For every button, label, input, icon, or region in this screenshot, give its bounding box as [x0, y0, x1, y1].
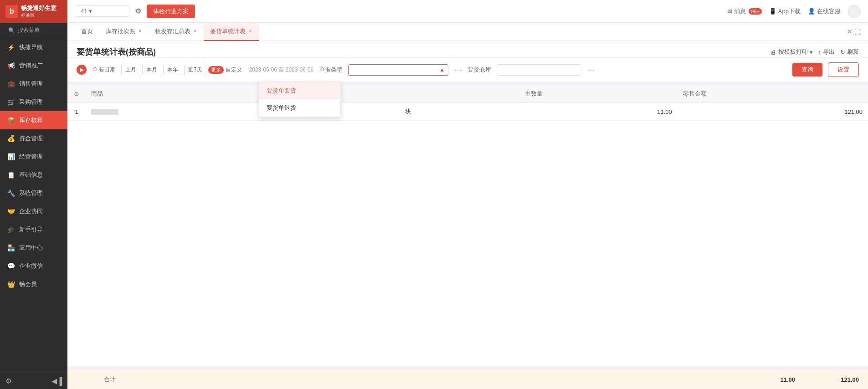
page-header: 要货单统计表(按商品) 🖨 按模板打印 ▾ ↑ 导出 ↻ 刷新	[67, 41, 868, 57]
tab-receivable-close[interactable]: ✕	[193, 28, 197, 34]
dropdown-item-order[interactable]: 要货单要货	[259, 82, 340, 99]
type-dropdown: 要货单要货 要货单退货	[259, 82, 341, 117]
warehouse-more-icon[interactable]: ⋯	[587, 65, 595, 75]
member-icon: 👑	[6, 280, 15, 289]
refresh-icon: ↻	[840, 49, 845, 56]
query-button[interactable]: 查询	[792, 63, 822, 77]
more-date-badge[interactable]: 更多	[208, 66, 224, 74]
topbar-right: ✉ 消息 99+ 📱 App下载 👤 在线客服	[727, 5, 861, 18]
curr-year-button[interactable]: 本年	[163, 65, 182, 75]
filter-toggle-button[interactable]: ▶	[77, 65, 87, 75]
app-download-action[interactable]: 📱 App下载	[769, 7, 801, 15]
td-amount-0: 121.00	[678, 103, 868, 121]
tab-order-summary[interactable]: 要货单统计表 ✕	[204, 23, 259, 41]
appstore-icon: 🏪	[6, 243, 15, 252]
marketing-icon: 📢	[6, 61, 15, 70]
operation-icon: 📊	[6, 152, 15, 161]
sidebar-item-purchase[interactable]: 🛒 采购管理	[0, 93, 67, 111]
sidebar-logo: b 畅捷通好生意 标准版	[0, 0, 67, 23]
message-action[interactable]: ✉ 消息 99+	[727, 7, 762, 15]
data-table: ⚙ 商品 主计量单位 主数量 零售金额 1 ██████ 块 11.00 121…	[67, 85, 868, 121]
search-icon: 🔍	[8, 27, 15, 34]
print-button[interactable]: 🖨 按模板打印 ▾	[770, 48, 813, 56]
table-header-row: ⚙ 商品 主计量单位 主数量 零售金额	[67, 85, 868, 103]
prev-month-button[interactable]: 上月	[121, 65, 140, 75]
tab-home[interactable]: 首页	[75, 23, 99, 41]
curr-month-button[interactable]: 本月	[142, 65, 161, 75]
custom-date-button[interactable]: 自定义	[226, 66, 242, 74]
sidebar-item-finance[interactable]: 💰 资金管理	[0, 129, 67, 148]
sales-icon: 💼	[6, 79, 15, 88]
type-select-wrapper: ▲	[348, 64, 448, 76]
tab-inventory-batch-label: 库存批次账	[106, 27, 135, 36]
refresh-button[interactable]: ↻ 刷新	[840, 48, 859, 56]
sidebar-item-label-sales: 销售管理	[19, 80, 43, 88]
sidebar-item-appstore[interactable]: 🏪 应用中心	[0, 239, 67, 257]
table-gear-th[interactable]: ⚙	[67, 85, 86, 103]
sidebar-item-label-member: 畅会员	[19, 280, 37, 288]
tab-receivable-summary[interactable]: 收发存汇总表 ✕	[149, 23, 204, 41]
sidebar-item-label-enterprise: 企业协同	[19, 207, 43, 215]
sidebar-item-member[interactable]: 👑 畅会员	[0, 275, 67, 293]
sidebar-item-label-system: 系统管理	[19, 189, 43, 197]
close-all-icon: ✕	[847, 27, 853, 36]
sidebar-item-sales[interactable]: 💼 销售管理	[0, 75, 67, 93]
set-button[interactable]: 设置	[828, 62, 859, 77]
sidebar-item-inventory[interactable]: 📦 库存核算	[0, 111, 67, 129]
service-icon: 👤	[808, 8, 815, 15]
inventory-icon: 📦	[6, 116, 15, 125]
close-all-tabs[interactable]: ✕ ⛶	[847, 27, 861, 36]
th-amount: 零售金额	[678, 85, 868, 103]
dropdown-item-return[interactable]: 要货单退货	[259, 99, 340, 117]
sidebar-item-label-shortcut: 快捷导航	[19, 43, 43, 51]
tab-order-close[interactable]: ✕	[248, 28, 252, 34]
topbar-left: 41 ▾ ⚙ 体验行业方案	[75, 5, 195, 18]
filter-more-icon[interactable]: ⋯	[454, 65, 462, 75]
guide-icon: 🎓	[6, 225, 15, 234]
tabs-bar: 首页 库存批次账 ✕ 收发存汇总表 ✕ 要货单统计表 ✕ ✕ ⛶	[67, 23, 868, 41]
date-buttons: 上月 本月 本年 近7天 更多 自定义	[121, 65, 242, 75]
sidebar-item-label-appstore: 应用中心	[19, 244, 43, 252]
tab-order-label: 要货单统计表	[210, 27, 246, 36]
sidebar-item-label-guide: 新手引导	[19, 225, 43, 234]
page-title: 要货单统计表(按商品)	[77, 46, 156, 57]
sidebar-item-shortcut[interactable]: ⚡ 快捷导航	[0, 38, 67, 56]
sidebar-item-label-purchase: 采购管理	[19, 98, 43, 106]
finance-icon: 💰	[6, 134, 15, 143]
table-footer: 合计 11.00 121.00	[67, 370, 868, 389]
shortcut-icon: ⚡	[6, 43, 15, 52]
user-avatar[interactable]	[848, 5, 861, 18]
sidebar-item-system[interactable]: 🔧 系统管理	[0, 184, 67, 202]
table-wrapper: ⚙ 商品 主计量单位 主数量 零售金额 1 ██████ 块 11.00 121…	[67, 85, 868, 366]
sidebar-item-wechat[interactable]: 💬 企业微信	[0, 257, 67, 275]
basic-icon: 📋	[6, 170, 15, 179]
sidebar-item-basic[interactable]: 📋 基础信息	[0, 166, 67, 184]
date-label: 单据日期	[92, 66, 116, 74]
footer-label: 合计	[104, 375, 116, 384]
sidebar-item-label-basic: 基础信息	[19, 171, 43, 179]
collapse-icon[interactable]: ◀▐	[51, 377, 62, 385]
sidebar-item-operation[interactable]: 📊 经营管理	[0, 148, 67, 166]
logo-text: 畅捷通好生意 标准版	[21, 5, 56, 18]
page-content: 要货单统计表(按商品) 🖨 按模板打印 ▾ ↑ 导出 ↻ 刷新 ▶	[67, 41, 868, 389]
tab-inventory-batch[interactable]: 库存批次账 ✕	[99, 23, 149, 41]
company-selector[interactable]: 41 ▾	[75, 5, 129, 17]
tab-receivable-label: 收发存汇总表	[155, 27, 190, 36]
warehouse-input[interactable]	[497, 64, 581, 76]
settings-gear-icon[interactable]: ⚙	[135, 7, 141, 15]
settings-icon[interactable]: ⚙	[5, 377, 12, 385]
sidebar-item-guide[interactable]: 🎓 新手引导	[0, 220, 67, 239]
search-menu[interactable]: 🔍 搜索菜单	[0, 23, 67, 38]
sidebar-bottom: ⚙ ◀▐	[0, 373, 67, 389]
online-service-action[interactable]: 👤 在线客服	[808, 7, 841, 15]
type-select-input[interactable]	[348, 64, 448, 76]
tab-inventory-batch-close[interactable]: ✕	[138, 28, 142, 34]
sidebar-item-enterprise[interactable]: 🤝 企业协同	[0, 202, 67, 220]
sidebar-item-marketing[interactable]: 📢 营销推广	[0, 56, 67, 75]
tab-home-label: 首页	[81, 27, 93, 36]
week7-button[interactable]: 近7天	[184, 65, 206, 75]
selector-arrow: ▾	[89, 8, 92, 15]
industry-plan-button[interactable]: 体验行业方案	[147, 5, 195, 18]
export-button[interactable]: ↑ 导出	[818, 48, 835, 56]
logo-icon: b	[5, 5, 18, 18]
